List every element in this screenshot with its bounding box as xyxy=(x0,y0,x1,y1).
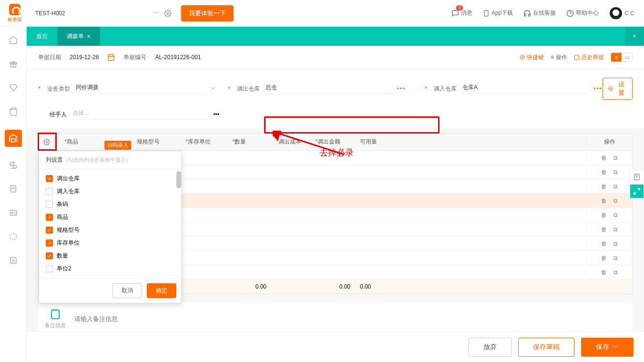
delete-icon[interactable]: 🗑 xyxy=(601,255,607,261)
nav-gift-icon[interactable] xyxy=(8,58,19,70)
close-all-tabs[interactable]: × xyxy=(625,27,644,46)
copy-icon[interactable]: ⧉ xyxy=(613,183,618,190)
note-icon[interactable] xyxy=(630,170,644,184)
delete-icon[interactable]: 🗑 xyxy=(601,269,607,276)
column-option-label: 调入仓库 xyxy=(57,187,80,196)
cancel-button[interactable]: 取消 xyxy=(112,283,142,298)
message-badge: 4 xyxy=(456,5,463,10)
svg-point-0 xyxy=(167,12,169,14)
column-option[interactable]: ✓库存单位 xyxy=(39,237,181,249)
col-cost: *调出成本 xyxy=(271,138,310,146)
user-menu[interactable]: C C xyxy=(609,7,634,20)
shortcut-link[interactable]: 快捷键 xyxy=(520,53,544,62)
tab-current[interactable]: 调拨单 × xyxy=(57,27,100,46)
out-warehouse-field[interactable]: * 调出仓库 总仓 ••• xyxy=(228,78,406,100)
required-mark: * xyxy=(38,85,41,92)
expand-icon[interactable] xyxy=(630,184,644,198)
remarks-input[interactable] xyxy=(74,315,626,322)
delete-icon[interactable]: 🗑 xyxy=(601,155,607,161)
store-name: TEST-H002 xyxy=(35,10,65,17)
confirm-button[interactable]: 确定 xyxy=(147,283,176,298)
content: 单据日期 2019-12-26 单据编号 AL-20191226-001 快捷键… xyxy=(27,46,644,362)
history-link[interactable]: 历史单据 xyxy=(574,53,604,62)
save-button[interactable]: 保存﹀ xyxy=(581,338,634,357)
nav-money-icon[interactable] xyxy=(8,159,19,171)
app-download[interactable]: App下载 xyxy=(483,9,513,17)
calendar-icon[interactable] xyxy=(107,53,115,61)
avatar xyxy=(609,7,623,20)
nav-warehouse-icon[interactable] xyxy=(5,130,22,147)
more-icon[interactable]: ••• xyxy=(593,85,603,92)
handler-placeholder: 选择... xyxy=(72,109,207,120)
handler-field[interactable]: 经手人 选择... ••• xyxy=(38,109,219,120)
nav-clipboard-icon[interactable] xyxy=(8,183,19,195)
store-selector[interactable]: TEST-H002 ﹀ xyxy=(35,6,159,20)
column-option[interactable]: 单位2 xyxy=(39,262,181,275)
copy-icon[interactable]: ⧉ xyxy=(613,169,618,176)
column-option[interactable]: ✓数量 xyxy=(39,249,181,262)
logo[interactable]: 标准版 xyxy=(5,4,25,23)
more-icon[interactable]: ••• xyxy=(397,85,406,92)
in-warehouse-value: 仓库A xyxy=(462,83,588,94)
copy-icon[interactable]: ⧉ xyxy=(613,226,618,233)
svg-line-37 xyxy=(637,188,640,191)
column-option[interactable]: ✓商品 xyxy=(39,211,181,224)
more-icon[interactable]: ••• xyxy=(213,111,219,118)
remarks-section: 备注信息 xyxy=(38,302,633,336)
copy-icon[interactable]: ⧉ xyxy=(613,155,618,161)
card-view-icon[interactable]: ▭ xyxy=(622,53,632,62)
delete-icon[interactable]: 🗑 xyxy=(601,240,607,247)
copy-icon[interactable]: ⧉ xyxy=(613,240,618,247)
nav-bag-icon[interactable] xyxy=(8,106,19,117)
delete-icon[interactable]: 🗑 xyxy=(601,169,607,176)
left-nav: 新 xyxy=(0,27,27,362)
delete-icon[interactable]: 🗑 xyxy=(601,197,607,204)
column-option[interactable]: ✓规格型号 xyxy=(39,224,181,237)
nav-home-icon[interactable] xyxy=(8,34,19,46)
help-center[interactable]: 帮助中心 xyxy=(566,9,599,17)
list-view-icon[interactable]: ≡ xyxy=(611,53,622,62)
svg-point-24 xyxy=(521,56,523,58)
col-unit: *库存单位 xyxy=(181,138,227,146)
delete-icon[interactable]: 🗑 xyxy=(601,183,607,190)
app-label: App下载 xyxy=(491,9,513,17)
gear-icon[interactable] xyxy=(164,10,172,17)
tab-current-label: 调拨单 xyxy=(67,32,84,41)
copy-icon[interactable]: ⧉ xyxy=(613,255,618,261)
online-service[interactable]: 在线客服 xyxy=(523,9,556,17)
save-draft-button[interactable]: 保存草稿 xyxy=(518,338,574,357)
in-warehouse-field[interactable]: * 调入仓库 仓库A ••• xyxy=(425,78,603,100)
copy-icon[interactable]: ⧉ xyxy=(613,269,618,276)
column-option[interactable]: 条码 xyxy=(39,198,181,211)
required-mark: * xyxy=(425,85,427,92)
popup-title: 列设置（勾选的列会在表格中显示） xyxy=(39,151,181,169)
nav-new-icon[interactable]: 新 xyxy=(8,255,19,266)
chevron-down-icon: ﹀ xyxy=(210,85,216,93)
delete-icon[interactable]: 🗑 xyxy=(601,226,607,233)
nav-diamond-icon[interactable] xyxy=(8,82,19,93)
date-value[interactable]: 2019-12-26 xyxy=(70,54,99,61)
column-option-label: 单位2 xyxy=(57,265,72,273)
tab-home[interactable]: 首页 xyxy=(27,27,57,46)
operate-link[interactable]: ≡ 操作 xyxy=(551,53,567,62)
column-option[interactable]: ✓调出仓库 xyxy=(39,172,181,185)
biz-type-field[interactable]: * 业务类型 同价调拨 ﹀ xyxy=(38,78,216,100)
checkbox-icon: ✓ xyxy=(46,252,53,259)
copy-icon[interactable]: ⧉ xyxy=(613,197,618,204)
nav-id-icon[interactable] xyxy=(8,207,19,218)
message-button[interactable]: 消息 4 xyxy=(451,9,472,17)
copy-icon[interactable]: ⧉ xyxy=(613,212,618,218)
delete-icon[interactable]: 🗑 xyxy=(601,212,607,218)
settings-button[interactable]: 设置 xyxy=(603,78,633,100)
scan-badge[interactable]: 扫码录入 xyxy=(104,141,131,150)
discard-button[interactable]: 放弃 xyxy=(469,338,511,357)
svg-point-25 xyxy=(520,55,524,59)
view-toggle[interactable]: ≡ ▭ xyxy=(611,52,633,62)
nav-sync-icon[interactable] xyxy=(8,231,19,242)
scrollbar-thumb[interactable] xyxy=(176,171,181,188)
close-icon[interactable]: × xyxy=(87,32,91,40)
trial-button[interactable]: 我要体验一下 xyxy=(181,5,234,21)
sum-amount: 0.00 xyxy=(310,283,355,290)
column-option[interactable]: 调入仓库 xyxy=(39,185,181,198)
out-warehouse-label: 调出仓库 xyxy=(237,85,260,93)
